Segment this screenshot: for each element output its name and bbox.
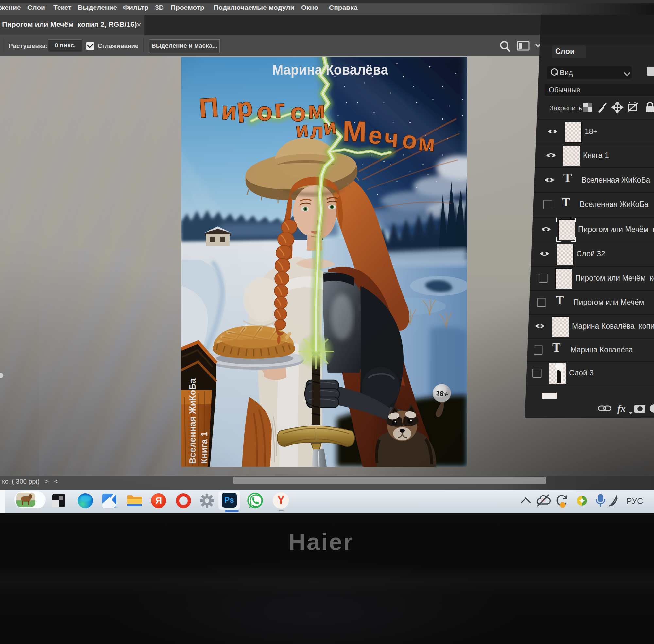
svg-text:fx: fx [617, 403, 626, 414]
